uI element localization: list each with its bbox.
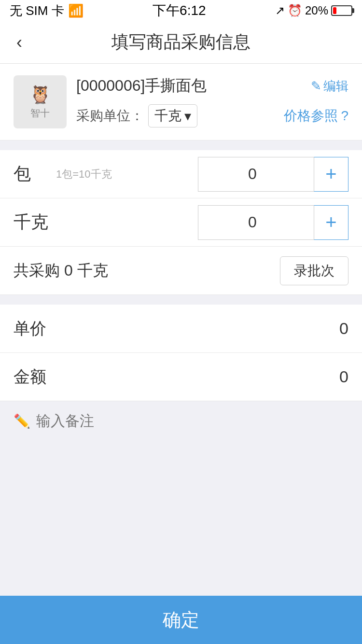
back-button[interactable]: ‹: [12, 28, 27, 57]
summary-row: 共采购 0 千克 录批次: [0, 247, 362, 295]
help-icon: ?: [341, 108, 348, 124]
amount-value: 0: [339, 367, 348, 386]
bao-input-right: +: [198, 157, 348, 192]
page-title: 填写商品采购信息: [111, 30, 251, 54]
product-name-row: [0000006]手撕面包 ✎ 编辑: [76, 75, 348, 97]
edit-icon: ✎: [311, 79, 321, 94]
amount-label: 金额: [14, 366, 46, 388]
location-icon: ↗: [275, 4, 285, 17]
unit-price-value: 0: [339, 319, 348, 338]
unit-select[interactable]: 千克 ▾: [148, 104, 197, 127]
product-image: 🦉 智十: [14, 75, 67, 128]
bao-plus-button[interactable]: +: [314, 157, 348, 192]
battery-percent: 20%: [305, 4, 328, 17]
battery-icon: [331, 5, 352, 16]
unit-label-group: 采购单位： 千克 ▾: [76, 104, 197, 127]
unit-price-label: 单价: [14, 318, 46, 340]
summary-text: 共采购 0 千克: [14, 260, 108, 281]
status-right: ↗ ⏰ 20%: [275, 4, 352, 17]
kg-plus-button[interactable]: +: [314, 205, 348, 240]
edit-label: 编辑: [323, 78, 348, 95]
bao-input[interactable]: [198, 157, 314, 192]
section-divider-1: [0, 140, 362, 150]
input-section: 包 1包=10千克 + 千克 +: [0, 150, 362, 247]
product-info: [0000006]手撕面包 ✎ 编辑 采购单位： 千克 ▾ 价格参照 ?: [76, 75, 348, 127]
remark-section: ✏️: [0, 401, 362, 441]
price-ref-label: 价格参照: [284, 107, 338, 125]
owl-icon: 🦉: [29, 84, 51, 105]
bao-sublabel: 1包=10千克: [56, 167, 198, 182]
carrier-text: 无 SIM 卡: [10, 2, 64, 19]
status-time: 下午6:12: [153, 1, 206, 20]
wifi-icon: 📶: [68, 3, 84, 18]
price-ref-button[interactable]: 价格参照 ?: [284, 107, 348, 125]
battery-fill: [333, 7, 336, 14]
confirm-button[interactable]: 确定: [0, 596, 362, 644]
amount-row: 金额 0: [0, 353, 362, 401]
status-left: 无 SIM 卡 📶: [10, 2, 84, 19]
unit-label: 采购单位：: [76, 108, 144, 123]
chevron-down-icon: ▾: [184, 108, 191, 124]
price-section: 单价 0 金额 0: [0, 305, 362, 401]
bao-label: 包: [14, 162, 52, 186]
kg-input[interactable]: [198, 205, 314, 240]
nav-bar: ‹ 填写商品采购信息: [0, 21, 362, 64]
remark-input[interactable]: [36, 413, 348, 429]
unit-row: 采购单位： 千克 ▾ 价格参照 ?: [76, 104, 348, 127]
product-name: [0000006]手撕面包: [76, 75, 207, 97]
edit-button[interactable]: ✎ 编辑: [311, 78, 348, 95]
kg-input-right: +: [198, 205, 348, 240]
status-bar: 无 SIM 卡 📶 下午6:12 ↗ ⏰ 20%: [0, 0, 362, 21]
bao-input-row: 包 1包=10千克 +: [0, 150, 362, 198]
pencil-icon: ✏️: [14, 413, 30, 429]
batch-button[interactable]: 录批次: [280, 256, 348, 285]
product-brand-label: 智十: [30, 107, 50, 120]
unit-price-row: 单价 0: [0, 305, 362, 353]
kg-input-row: 千克 +: [0, 198, 362, 247]
alarm-icon: ⏰: [288, 4, 302, 17]
unit-value: 千克: [154, 107, 181, 125]
kg-label: 千克: [14, 210, 52, 234]
section-divider-2: [0, 295, 362, 305]
product-card: 🦉 智十 [0000006]手撕面包 ✎ 编辑 采购单位： 千克 ▾ 价格参照 …: [0, 64, 362, 140]
